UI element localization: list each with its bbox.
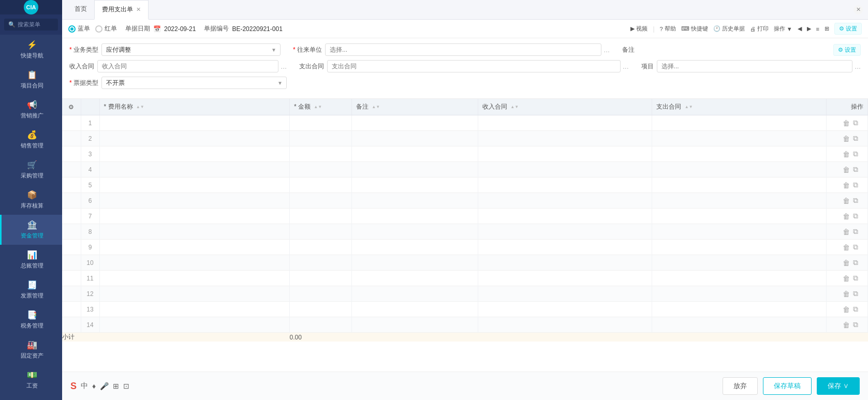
row-copy-icon[interactable]: ⧉ xyxy=(853,134,858,143)
view-list-button[interactable]: ≡ xyxy=(816,26,819,32)
sidebar-item-inventory[interactable]: 📦 库存核算 xyxy=(0,185,62,215)
row-amount-cell[interactable] xyxy=(289,115,351,131)
th-income-contract[interactable]: 收入合同 ▲▼ xyxy=(478,99,652,115)
row-remark-cell[interactable] xyxy=(351,209,478,224)
row-income-contract-cell[interactable] xyxy=(478,146,652,162)
th-amount[interactable]: * 金额 ▲▼ xyxy=(289,99,351,115)
row-amount-cell[interactable] xyxy=(289,209,351,224)
row-amount-cell[interactable] xyxy=(289,317,351,333)
row-expense-contract-cell[interactable] xyxy=(652,302,827,317)
sidebar-item-marketing[interactable]: 📢 营销推广 xyxy=(0,95,62,125)
row-expense-name-cell[interactable] xyxy=(99,302,289,317)
tab-home[interactable]: 首页 xyxy=(67,0,94,20)
row-expense-contract-cell[interactable] xyxy=(652,271,827,286)
row-expense-contract-cell[interactable] xyxy=(652,255,827,271)
row-income-contract-cell[interactable] xyxy=(478,131,652,146)
row-expense-name-cell[interactable] xyxy=(99,177,289,193)
counterpart-more-icon[interactable]: ... xyxy=(604,46,610,54)
row-expense-contract-cell[interactable] xyxy=(652,131,827,146)
sidebar-item-quick-nav[interactable]: ⚡ 快捷导航 xyxy=(0,35,62,65)
row-amount-cell[interactable] xyxy=(289,162,351,177)
th-gear[interactable]: ⚙ xyxy=(62,99,81,115)
row-remark-cell[interactable] xyxy=(351,240,478,255)
row-remark-cell[interactable] xyxy=(351,177,478,193)
sidebar-item-project-contract[interactable]: 📋 项目合同 xyxy=(0,65,62,95)
row-remark-cell[interactable] xyxy=(351,317,478,333)
discard-button[interactable]: 放弃 xyxy=(723,377,758,395)
row-income-contract-cell[interactable] xyxy=(478,115,652,131)
radio-blue[interactable]: 蓝单 xyxy=(68,24,90,33)
row-expense-name-cell[interactable] xyxy=(99,224,289,240)
nav-prev-button[interactable]: ◀ xyxy=(798,25,802,32)
row-delete-icon[interactable]: 🗑 xyxy=(843,259,850,267)
row-amount-cell[interactable] xyxy=(289,286,351,302)
th-expense-name[interactable]: * 费用名称 ▲▼ xyxy=(99,99,289,115)
row-delete-icon[interactable]: 🗑 xyxy=(843,181,850,189)
th-expense-contract[interactable]: 支出合同 ▲▼ xyxy=(652,99,827,115)
form-settings-button[interactable]: ⚙ 设置 xyxy=(833,44,861,56)
row-copy-icon[interactable]: ⧉ xyxy=(853,274,858,283)
row-copy-icon[interactable]: ⧉ xyxy=(853,196,858,205)
row-remark-cell[interactable] xyxy=(351,131,478,146)
row-expense-name-cell[interactable] xyxy=(99,271,289,286)
row-expense-contract-cell[interactable] xyxy=(652,240,827,255)
row-expense-contract-cell[interactable] xyxy=(652,224,827,240)
row-amount-cell[interactable] xyxy=(289,193,351,209)
radio-red[interactable]: 红单 xyxy=(95,24,117,33)
row-expense-name-cell[interactable] xyxy=(99,115,289,131)
row-expense-contract-cell[interactable] xyxy=(652,177,827,193)
tab-expense[interactable]: 费用支出单 ✕ xyxy=(94,0,149,20)
row-copy-icon[interactable]: ⧉ xyxy=(853,227,858,236)
row-income-contract-cell[interactable] xyxy=(478,317,652,333)
row-income-contract-cell[interactable] xyxy=(478,240,652,255)
row-income-contract-cell[interactable] xyxy=(478,271,652,286)
invoice-type-select-wrapper[interactable]: 不开票 ▼ xyxy=(101,77,287,89)
row-remark-cell[interactable] xyxy=(351,255,478,271)
row-copy-icon[interactable]: ⧉ xyxy=(853,181,858,189)
row-amount-cell[interactable] xyxy=(289,255,351,271)
row-copy-icon[interactable]: ⧉ xyxy=(853,243,858,251)
print-button[interactable]: 🖨 打印 xyxy=(750,25,769,33)
video-button[interactable]: ▶ 视频 xyxy=(630,25,648,33)
sidebar-item-sales[interactable]: 💰 销售管理 xyxy=(0,125,62,155)
actions-button[interactable]: 操作 ▼ xyxy=(774,25,792,33)
row-amount-cell[interactable] xyxy=(289,240,351,255)
sidebar-item-operations[interactable]: 📈 经营管理 xyxy=(0,395,62,400)
business-type-select-wrapper[interactable]: 应付调整 ▼ xyxy=(101,43,281,56)
row-delete-icon[interactable]: 🗑 xyxy=(843,274,850,283)
row-expense-name-cell[interactable] xyxy=(99,131,289,146)
table-settings-icon[interactable]: ⚙ xyxy=(68,103,74,111)
row-expense-contract-cell[interactable] xyxy=(652,317,827,333)
row-amount-cell[interactable] xyxy=(289,131,351,146)
nav-next-button[interactable]: ▶ xyxy=(807,25,811,32)
row-income-contract-cell[interactable] xyxy=(478,286,652,302)
row-expense-contract-cell[interactable] xyxy=(652,162,827,177)
help-button[interactable]: ? 帮助 xyxy=(660,25,676,33)
sidebar-item-fixed-assets[interactable]: 🏭 固定资产 xyxy=(0,335,62,365)
row-delete-icon[interactable]: 🗑 xyxy=(843,197,850,205)
row-expense-contract-cell[interactable] xyxy=(652,115,827,131)
row-income-contract-cell[interactable] xyxy=(478,302,652,317)
row-amount-cell[interactable] xyxy=(289,271,351,286)
save-button[interactable]: 保存 ∨ xyxy=(817,377,860,395)
expense-contract-more-icon[interactable]: ... xyxy=(623,62,629,70)
row-delete-icon[interactable]: 🗑 xyxy=(843,228,850,236)
business-type-select[interactable]: 应付调整 xyxy=(101,43,281,56)
window-close-button[interactable]: ✕ xyxy=(854,5,863,14)
row-expense-name-cell[interactable] xyxy=(99,193,289,209)
row-expense-contract-cell[interactable] xyxy=(652,286,827,302)
save-draft-button[interactable]: 保存草稿 xyxy=(763,377,812,395)
row-expense-name-cell[interactable] xyxy=(99,162,289,177)
row-amount-cell[interactable] xyxy=(289,302,351,317)
row-copy-icon[interactable]: ⧉ xyxy=(853,212,858,220)
row-copy-icon[interactable]: ⧉ xyxy=(853,305,858,314)
row-copy-icon[interactable]: ⧉ xyxy=(853,258,858,267)
view-grid-button[interactable]: ⊞ xyxy=(825,25,829,32)
sidebar-item-payroll[interactable]: 💵 工资 xyxy=(0,365,62,395)
row-income-contract-cell[interactable] xyxy=(478,209,652,224)
row-expense-name-cell[interactable] xyxy=(99,317,289,333)
row-income-contract-cell[interactable] xyxy=(478,177,652,193)
row-delete-icon[interactable]: 🗑 xyxy=(843,166,850,174)
row-expense-contract-cell[interactable] xyxy=(652,146,827,162)
row-copy-icon[interactable]: ⧉ xyxy=(853,320,858,329)
